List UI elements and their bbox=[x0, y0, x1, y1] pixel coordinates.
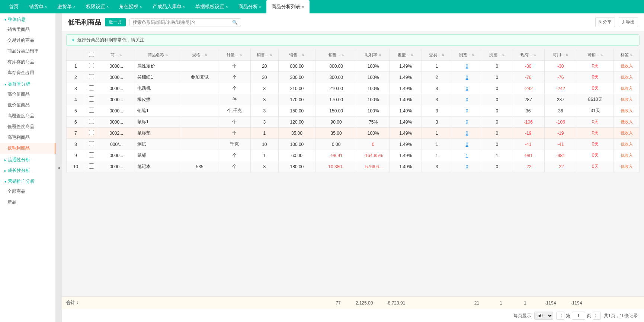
browse1-link[interactable]: 0 bbox=[466, 108, 468, 114]
cell-browse1[interactable]: 0 bbox=[452, 72, 482, 83]
nav-purchase-close[interactable]: × bbox=[73, 4, 75, 9]
cell-cb[interactable] bbox=[85, 72, 98, 83]
sidebar-item-category-rate[interactable]: 商品分类助销率 bbox=[0, 46, 55, 57]
sidebar-item-sales-goods[interactable]: 销售类商品 bbox=[0, 24, 55, 35]
browse1-link[interactable]: 0 bbox=[466, 119, 468, 125]
row-checkbox[interactable] bbox=[89, 108, 94, 113]
row-checkbox[interactable] bbox=[89, 141, 94, 146]
cell-browse1[interactable]: 1 bbox=[452, 150, 482, 161]
th-unit[interactable]: 计量... ⇅ bbox=[218, 49, 250, 61]
sidebar-group-flow[interactable]: ▸ 流通性分析 bbox=[0, 154, 55, 165]
sidebar-item-high-value[interactable]: 高价值商品 bbox=[0, 89, 55, 100]
sidebar-item-low-margin[interactable]: 低毛利商品 bbox=[0, 143, 55, 154]
export-btn[interactable]: ⤴ 导出 bbox=[619, 17, 638, 27]
sidebar-item-all-goods[interactable]: 全部商品 bbox=[0, 186, 55, 197]
th-cover[interactable]: 覆盖... ⇅ bbox=[390, 49, 422, 61]
row-checkbox[interactable] bbox=[89, 130, 94, 135]
cell-cb[interactable] bbox=[85, 161, 98, 172]
sidebar-item-low-value[interactable]: 低价值商品 bbox=[0, 100, 55, 111]
browse1-link[interactable]: 0 bbox=[466, 142, 468, 147]
browse1-link[interactable]: 0 bbox=[466, 97, 468, 102]
sidebar-item-stock-capital[interactable]: 库存资金占用 bbox=[0, 67, 55, 78]
browse1-link[interactable]: 0 bbox=[466, 75, 468, 80]
th-sale-amt[interactable]: 销售... ⇅ bbox=[315, 49, 357, 61]
nav-home[interactable]: 首页 bbox=[4, 0, 24, 13]
th-browse1[interactable]: 浏览... ⇅ bbox=[452, 49, 482, 61]
row-checkbox[interactable] bbox=[89, 63, 94, 68]
cell-browse1[interactable]: 0 bbox=[452, 94, 482, 105]
nav-goods-list-close[interactable]: × bbox=[302, 4, 304, 9]
th-avail[interactable]: 可用... ⇅ bbox=[544, 49, 577, 61]
sidebar-item-high-margin[interactable]: 高毛利商品 bbox=[0, 132, 55, 143]
nav-template-close[interactable]: × bbox=[225, 4, 228, 9]
sidebar-group-cluster[interactable]: ▾ 类群堂分析 bbox=[0, 78, 55, 89]
th-sale-price[interactable]: 销售... ⇅ bbox=[278, 49, 315, 61]
nav-product[interactable]: 产成品入库单 × bbox=[147, 0, 190, 13]
cell-cb[interactable] bbox=[85, 61, 98, 72]
select-all-checkbox[interactable] bbox=[89, 52, 94, 57]
cell-cb[interactable] bbox=[85, 150, 98, 161]
th-spec[interactable]: 规格... ⇅ bbox=[181, 49, 218, 61]
cell-browse1[interactable]: 0 bbox=[452, 139, 482, 150]
cell-cb[interactable] bbox=[85, 128, 98, 139]
th-trans[interactable]: 交易... ⇅ bbox=[422, 49, 452, 61]
prev-page-btn[interactable]: 〈 bbox=[556, 312, 564, 320]
th-current[interactable]: 现有... ⇅ bbox=[512, 49, 544, 61]
th-code[interactable]: 商... ⇅ bbox=[98, 49, 135, 61]
th-gross[interactable]: 毛利率 ⇅ bbox=[357, 49, 390, 61]
nav-goods-analysis-close[interactable]: × bbox=[259, 4, 261, 9]
browse1-link[interactable]: 1 bbox=[466, 153, 468, 158]
nav-perm-close[interactable]: × bbox=[106, 4, 109, 9]
sidebar-toggle[interactable]: ◀ bbox=[56, 13, 62, 322]
nav-product-close[interactable]: × bbox=[183, 4, 185, 9]
row-checkbox[interactable] bbox=[89, 85, 94, 90]
cell-browse1[interactable]: 0 bbox=[452, 61, 482, 72]
page-input[interactable] bbox=[572, 312, 585, 320]
th-name[interactable]: 商品名称 ⇅ bbox=[135, 49, 181, 61]
nav-role[interactable]: 角色授权 × bbox=[114, 0, 147, 13]
nav-purchase[interactable]: 进货单 × bbox=[52, 0, 80, 13]
row-checkbox[interactable] bbox=[89, 119, 94, 124]
sidebar-item-low-coverage[interactable]: 低覆盖度商品 bbox=[0, 121, 55, 132]
row-checkbox[interactable] bbox=[89, 152, 94, 157]
cell-cb[interactable] bbox=[85, 117, 98, 128]
sidebar-item-stock-goods[interactable]: 有库存的商品 bbox=[0, 57, 55, 67]
nav-sales[interactable]: 销货单 × bbox=[24, 0, 52, 13]
sidebar-item-high-coverage[interactable]: 高覆盖度商品 bbox=[0, 111, 55, 121]
cell-cb[interactable] bbox=[85, 94, 98, 105]
nav-goods-list[interactable]: 商品分析列表 × bbox=[266, 0, 309, 13]
browse1-link[interactable]: 0 bbox=[466, 164, 468, 169]
th-cb[interactable] bbox=[85, 49, 98, 61]
th-tag[interactable]: 标签 ⇅ bbox=[614, 49, 640, 61]
search-icon[interactable]: 🔍 bbox=[232, 20, 238, 25]
cell-browse1[interactable]: 0 bbox=[452, 105, 482, 117]
sidebar-group-growth[interactable]: ▸ 成长性分析 bbox=[0, 165, 55, 175]
sidebar-group-marketing[interactable]: ▾ 营销推广分析 bbox=[0, 175, 55, 186]
th-sale-qty[interactable]: 销售... ⇅ bbox=[251, 49, 279, 61]
cell-browse1[interactable]: 0 bbox=[452, 128, 482, 139]
nav-sales-close[interactable]: × bbox=[45, 4, 47, 9]
next-page-btn[interactable]: 〉 bbox=[593, 312, 601, 320]
row-checkbox[interactable] bbox=[89, 163, 94, 169]
browse1-link[interactable]: 0 bbox=[466, 64, 468, 69]
sidebar-item-new-goods[interactable]: 新品 bbox=[0, 197, 55, 208]
cell-cb[interactable] bbox=[85, 105, 98, 117]
cell-cb[interactable] bbox=[85, 83, 98, 94]
sidebar-group-overall[interactable]: ▾ 整体信息 bbox=[0, 13, 55, 24]
table-wrapper[interactable]: 商... ⇅ 商品名称 ⇅ 规格... ⇅ 计量... ⇅ 销售... ⇅ 销售… bbox=[62, 49, 644, 296]
search-box[interactable]: 🔍 bbox=[129, 18, 241, 26]
browse1-link[interactable]: 0 bbox=[466, 86, 468, 91]
th-browse2[interactable]: 浏览... ⇅ bbox=[482, 49, 512, 61]
nav-perm[interactable]: 权限设置 × bbox=[81, 0, 114, 13]
nav-template[interactable]: 单据模板设置 × bbox=[190, 0, 233, 13]
sidebar-item-traded-goods[interactable]: 交易过的商品 bbox=[0, 35, 55, 46]
page-size-select[interactable]: 10 20 50 100 bbox=[534, 312, 553, 320]
filter-btn[interactable]: 近一月 bbox=[105, 18, 126, 26]
row-checkbox[interactable] bbox=[89, 96, 94, 102]
cell-browse1[interactable]: 0 bbox=[452, 117, 482, 128]
nav-role-close[interactable]: × bbox=[140, 4, 142, 9]
browse1-link[interactable]: 0 bbox=[466, 131, 468, 136]
cell-cb[interactable] bbox=[85, 139, 98, 150]
cell-browse1[interactable]: 0 bbox=[452, 83, 482, 94]
th-sellable[interactable]: 可销... ⇅ bbox=[577, 49, 614, 61]
